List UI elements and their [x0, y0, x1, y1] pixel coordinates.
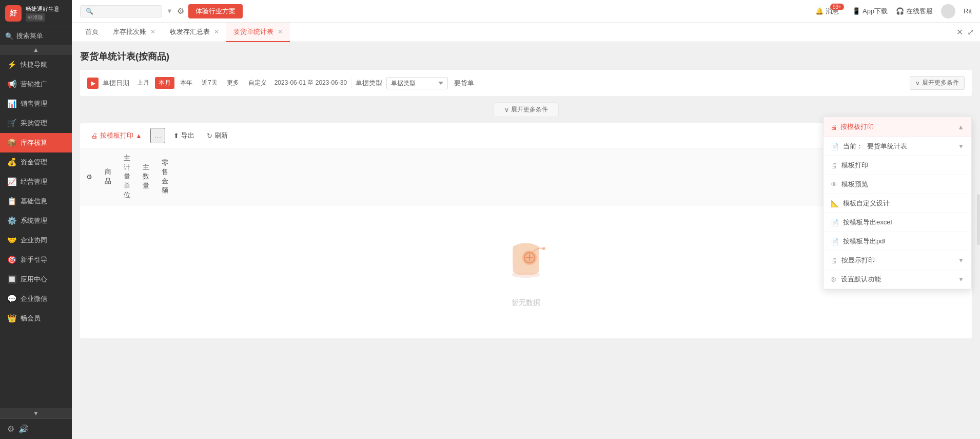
col-settings[interactable]: ⚙: [80, 148, 99, 205]
tab-home[interactable]: 首页: [78, 23, 106, 42]
dropdown-export-excel-icon: 📄: [831, 219, 839, 226]
date-btn-last-7-days[interactable]: 近7天: [198, 77, 221, 89]
sidebar-scroll-down[interactable]: ▼: [0, 408, 72, 418]
sidebar-item-wechat[interactable]: 💬 企业微信: [0, 289, 72, 309]
settings-bottom-icon[interactable]: ⚙: [7, 424, 14, 434]
dropdown-header[interactable]: 🖨 按模板打印 ▲: [824, 117, 971, 137]
export-btn[interactable]: ⬆ 导出: [169, 129, 199, 142]
date-btn-this-month[interactable]: 本月: [155, 77, 174, 89]
app-logo: 好 畅捷通好生意 标准版: [0, 0, 72, 27]
more-filter-btn[interactable]: ∨ 展开更多条件: [910, 76, 965, 90]
sidebar-item-label: 应用中心: [21, 275, 47, 284]
dropdown-template-print[interactable]: 🖨 模板打印: [824, 156, 971, 175]
purchase-icon: 🛒: [7, 119, 16, 128]
date-range-display: 2023-06-01 至 2023-06-30: [275, 79, 347, 87]
topbar: 🔍 ▼ ⚙ 体验行业方案 🔔 消息 99+ 📱 App下载 🎧 在线客服 Rit: [72, 0, 980, 23]
sidebar-item-label: 系统管理: [21, 216, 47, 225]
filter-expand-icon[interactable]: ▶: [87, 78, 99, 89]
sidebar-item-apps[interactable]: 🔲 应用中心: [0, 270, 72, 289]
user-avatar[interactable]: [941, 4, 955, 18]
trial-btn[interactable]: 体验行业方案: [188, 4, 243, 18]
tab-inventory-batch[interactable]: 库存批次账 ✕: [106, 23, 163, 42]
window-expand-icon[interactable]: ⤢: [967, 27, 974, 37]
sidebar-item-inventory[interactable]: 📦 库存核算: [0, 133, 72, 152]
dropdown-template-preview-icon: 👁: [831, 181, 837, 188]
sidebar-item-collab[interactable]: 🤝 企业协同: [0, 231, 72, 250]
dropdown-set-default-label: 设置默认功能: [841, 275, 881, 284]
empty-icon: [503, 236, 549, 292]
sidebar-item-label: 企业协同: [21, 236, 47, 245]
dropdown-display-print-left: 🖨 按显示打印: [831, 256, 875, 265]
topbar-chevron-icon[interactable]: ▼: [166, 7, 173, 15]
print-template-btn[interactable]: 🖨 按模板打印 ▲: [87, 129, 146, 142]
dropdown-template-preview[interactable]: 👁 模板预览: [824, 175, 971, 194]
dropdown-export-pdf[interactable]: 📄 按模板导出pdf: [824, 232, 971, 251]
sidebar-item-marketing[interactable]: 📢 营销推广: [0, 74, 72, 94]
date-btn-custom[interactable]: 自定义: [245, 77, 270, 89]
col-product: 商品: [99, 148, 117, 205]
notification-action[interactable]: 🔔 消息 99+: [815, 7, 839, 16]
tab-order-stats[interactable]: 要货单统计表 ✕: [226, 23, 290, 42]
type-select[interactable]: 单据类型 要货单: [386, 77, 448, 89]
refresh-btn[interactable]: ↻ 刷新: [203, 129, 232, 142]
tab-collection-summary-close[interactable]: ✕: [214, 28, 219, 35]
sidebar-scroll-up[interactable]: ▲: [0, 45, 72, 55]
sidebar-item-operation[interactable]: 📈 经营管理: [0, 172, 72, 192]
topbar-search-box[interactable]: 🔍: [80, 5, 162, 17]
refresh-icon: ↻: [207, 132, 212, 140]
sidebar-item-member[interactable]: 👑 畅会员: [0, 309, 72, 328]
sidebar-item-guide[interactable]: 🎯 新手引导: [0, 250, 72, 270]
dropdown-title: 按模板打印: [840, 122, 874, 131]
finance-icon: 💰: [7, 158, 16, 167]
sidebar-item-purchase[interactable]: 🛒 采购管理: [0, 113, 72, 133]
app-info: 畅捷通好生意 标准版: [26, 5, 60, 22]
tab-collection-summary[interactable]: 收发存汇总表 ✕: [163, 23, 226, 42]
dropdown-export-excel[interactable]: 📄 按模板导出excel: [824, 213, 971, 232]
sidebar-item-basic[interactable]: 📋 基础信息: [0, 192, 72, 211]
dropdown-header-right: ▲: [957, 123, 964, 131]
speaker-icon[interactable]: 🔊: [18, 424, 29, 434]
online-service-action[interactable]: 🎧 在线客服: [896, 7, 933, 16]
dropdown-current-item[interactable]: 📄 当前： 要货单统计表 ▼: [824, 137, 971, 156]
sidebar-item-label: 快捷导航: [21, 60, 47, 69]
order-type-label: 要货单: [454, 79, 474, 88]
sidebar-search[interactable]: 🔍 搜索菜单: [0, 27, 72, 45]
dropdown-display-print[interactable]: 🖨 按显示打印 ▼: [824, 251, 971, 270]
date-btn-this-year[interactable]: 本年: [177, 77, 196, 89]
dropdown-export-pdf-label: 按模板导出pdf: [843, 237, 886, 246]
col-quantity: 主数量: [136, 148, 155, 205]
dropdown-set-default[interactable]: ⚙ 设置默认功能 ▼: [824, 270, 971, 289]
sidebar-item-label: 资金管理: [21, 158, 47, 167]
sidebar-item-system[interactable]: ⚙️ 系统管理: [0, 211, 72, 231]
more-dots-btn[interactable]: ...: [150, 128, 165, 143]
tab-inventory-batch-close[interactable]: ✕: [150, 28, 155, 35]
topbar-search-icon: 🔍: [86, 8, 93, 15]
sidebar-item-finance[interactable]: 💰 资金管理: [0, 152, 72, 172]
dropdown-template-design[interactable]: 📐 模板自定义设计: [824, 194, 971, 213]
dropdown-display-print-label: 按显示打印: [841, 256, 875, 265]
sidebar-item-label: 经营管理: [21, 177, 47, 186]
dropdown-export-excel-label: 按模板导出excel: [843, 218, 892, 227]
sidebar-item-label: 营销推广: [21, 80, 47, 89]
sidebar-item-sales[interactable]: 📊 销售管理: [0, 94, 72, 113]
headset-icon: 🎧: [896, 7, 904, 15]
dropdown-chevron-up-icon[interactable]: ▲: [957, 123, 964, 131]
main-area: 🔍 ▼ ⚙ 体验行业方案 🔔 消息 99+ 📱 App下载 🎧 在线客服 Rit: [72, 0, 980, 439]
sidebar-item-label: 采购管理: [21, 119, 47, 128]
quick-nav-icon: ⚡: [7, 60, 16, 69]
app-download-action[interactable]: 📱 App下载: [852, 7, 888, 16]
window-close-icon[interactable]: ✕: [956, 27, 963, 37]
date-btn-prev-month[interactable]: 上月: [133, 77, 153, 89]
app-tag: 标准版: [26, 13, 45, 22]
date-btn-more[interactable]: 更多: [223, 77, 243, 89]
collab-icon: 🤝: [7, 236, 16, 245]
scrollbar[interactable]: [977, 194, 980, 245]
refresh-label: 刷新: [214, 131, 228, 140]
printer-icon: 🖨: [91, 132, 98, 140]
current-chevron-icon: ▼: [958, 143, 964, 150]
expand-more-btn[interactable]: ∨ 展开更多条件: [494, 102, 559, 117]
dropdown-set-default-icon: ⚙: [831, 276, 837, 283]
tab-order-stats-close[interactable]: ✕: [278, 28, 283, 35]
topbar-gear-icon[interactable]: ⚙: [177, 6, 184, 16]
sidebar-item-quick-nav[interactable]: ⚡ 快捷导航: [0, 55, 72, 74]
